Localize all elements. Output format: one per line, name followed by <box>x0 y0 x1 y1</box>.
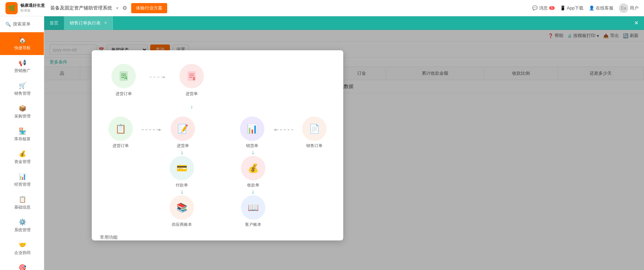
user-area[interactable]: Ea 用户 <box>619 3 639 13</box>
sidebar-item-enterprise-label: 企业协同 <box>14 250 31 256</box>
flow-row-3: 💳 付款单 💰 收款单 <box>100 156 335 188</box>
node-receipt-bill[interactable]: 💰 收款单 <box>233 156 274 188</box>
inventory-icon: 🏪 <box>19 127 26 135</box>
node-customer-ledger[interactable]: 📖 客户账本 <box>233 195 274 228</box>
marketing-icon: 📢 <box>19 59 26 67</box>
sidebar-item-system[interactable]: ⚙️ 系统管理 <box>0 214 44 237</box>
message-badge: 5 <box>549 6 555 10</box>
sales-order-node-label: 销售订单 <box>306 143 323 149</box>
tab-sales-order[interactable]: 销售订单执行表 ✕ <box>64 16 113 30</box>
customer-ledger-icon-circle: 📖 <box>241 195 265 220</box>
purchase-order-node-label: 进货订单 <box>112 143 129 149</box>
purchase-bill-icon-circle: 📝 <box>171 116 195 141</box>
sidebar-item-purchase-label: 采购管理 <box>14 113 31 119</box>
node-purchase-order[interactable]: 📋 进货订单 <box>100 116 141 149</box>
sidebar-item-marketing[interactable]: 📢 营销推广 <box>0 55 44 78</box>
node-sales-order[interactable]: 📄 销售订单 <box>294 116 335 149</box>
online-service-action[interactable]: 👤 在线客服 <box>589 5 613 11</box>
search-menu-label: 搜索菜单 <box>13 21 31 27</box>
sales-order-icon-circle: 📄 <box>302 116 327 141</box>
flow-diagram: 进货订单 ▶ ✓ <box>100 58 335 111</box>
search-menu-btn[interactable]: 🔍 搜索菜单 <box>3 20 41 29</box>
sidebar-item-quick-nav-label: 快捷导航 <box>14 45 31 51</box>
customer-ledger-node-label: 客户账本 <box>245 222 261 228</box>
sidebar-item-guide[interactable]: 🎯 新手引导 <box>0 260 44 270</box>
down-arrow-payment: ↓ <box>161 188 202 195</box>
arrow-1: ▶ <box>150 75 166 86</box>
payment-bill-node-label: 付款单 <box>176 182 188 188</box>
page-content: ❓ 帮助 🖨 按模板打印 ▾ 📤 导出 🔄 <box>44 30 644 270</box>
flow-row-5: 📚 供应商账本 📖 客户账本 <box>100 195 335 228</box>
node-sales-bill[interactable]: 📊 销货单 <box>232 116 273 149</box>
flow-node-purchase-bill[interactable]: ✓ 进货单 <box>177 58 207 102</box>
sidebar-item-purchase[interactable]: 📦 采购管理 <box>0 101 44 123</box>
sidebar-item-basic-info[interactable]: 📋 基础信息 <box>0 192 44 214</box>
purchase-bill-circle: ✓ <box>179 64 204 88</box>
tab-bar-close-btn[interactable]: ✕ <box>629 20 644 26</box>
svg-text:✓: ✓ <box>194 77 196 80</box>
operations-icon: 📊 <box>19 173 26 180</box>
node-supplier-ledger[interactable]: 📚 供应商账本 <box>161 195 202 228</box>
sidebar-item-enterprise[interactable]: 🤝 企业协同 <box>0 237 44 260</box>
sidebar-item-operations[interactable]: 📊 经营管理 <box>0 169 44 192</box>
app-download-label: App下载 <box>567 5 584 11</box>
common-functions: 常用功能 商品 往来单位 现存量(库存状况表) 现存量(库存分布表) 销售毛利分… <box>100 234 335 240</box>
supplier-ledger-node-label: 供应商账本 <box>172 222 192 228</box>
modal-overlay[interactable]: 进货订单 ▶ ✓ <box>44 30 644 270</box>
purchase-order-circle <box>111 64 136 88</box>
payment-bill-icon-circle: 💳 <box>170 156 194 180</box>
receipt-bill-icon-circle: 💰 <box>241 156 265 180</box>
logo-text: 畅康通好生意 标准版 <box>20 3 45 13</box>
top-header: 🌿 畅康通好生意 标准版 装备及固定资产辅助管理系统 ▾ ⚙ 体验行业方案 💬 … <box>0 0 644 16</box>
sidebar-item-quick-nav[interactable]: 🏠 快捷导航 <box>0 32 44 55</box>
message-icon: 💬 <box>532 5 538 11</box>
sidebar: 🔍 搜索菜单 🏠 快捷导航 📢 营销推广 🛒 销售管理 📦 采购管理 <box>0 16 44 270</box>
flow-row-arrows-down-2: ↓ ↓ <box>100 188 335 195</box>
quick-nav-icon: 🏠 <box>19 36 26 44</box>
sidebar-item-inventory-label: 库存核算 <box>14 136 31 142</box>
user-avatar: Ea <box>619 3 628 13</box>
sidebar-search-area: 🔍 搜索菜单 <box>0 16 44 32</box>
sidebar-item-system-label: 系统管理 <box>14 227 31 233</box>
app-container: 🌿 畅康通好生意 标准版 装备及固定资产辅助管理系统 ▾ ⚙ 体验行业方案 💬 … <box>0 0 644 270</box>
arrow-down-1: ↓ <box>190 102 193 111</box>
down-arrow-purchase: ↓ <box>161 149 202 156</box>
search-icon: 🔍 <box>5 22 11 27</box>
purchase-icon: 📦 <box>19 105 26 112</box>
system-icon: ⚙️ <box>19 218 26 226</box>
node-payment-bill[interactable]: 💳 付款单 <box>161 156 202 188</box>
h-arrow-1: ▶ <box>142 128 161 131</box>
flow-row-1: 📋 进货订单 ▶ <box>100 116 335 149</box>
guide-icon: 🎯 <box>19 264 26 270</box>
trial-button[interactable]: 体验行业方案 <box>131 3 167 13</box>
sidebar-item-sales-label: 销售管理 <box>14 91 31 96</box>
sales-order-tab-label: 销售订单执行表 <box>70 20 101 26</box>
sales-bill-node-label: 销货单 <box>246 143 258 149</box>
system-dropdown-arrow[interactable]: ▾ <box>116 6 118 11</box>
sidebar-item-finance[interactable]: 💰 资金管理 <box>0 146 44 169</box>
full-flow-diagram: 📋 进货订单 ▶ <box>100 116 335 228</box>
content-area: 首页 销售订单执行表 ✕ ✕ ❓ 帮助 <box>44 16 644 270</box>
header-left: 🌿 畅康通好生意 标准版 装备及固定资产辅助管理系统 ▾ ⚙ 体验行业方案 <box>5 2 167 14</box>
sidebar-item-marketing-label: 营销推广 <box>14 68 31 74</box>
sidebar-item-sales[interactable]: 🛒 销售管理 <box>0 78 44 101</box>
flow-node-sales-order[interactable] <box>257 75 262 86</box>
flow-node-purchase-order[interactable]: 进货订单 <box>109 58 139 102</box>
tab-home[interactable]: 首页 <box>44 16 64 30</box>
common-functions-title: 常用功能 <box>100 234 335 240</box>
enterprise-icon: 🤝 <box>19 241 26 249</box>
header-right: 💬 消息 5 📱 App下载 👤 在线客服 Ea 用户 <box>532 3 639 13</box>
node-purchase-bill[interactable]: 📝 进货单 <box>162 116 203 149</box>
app-download-action[interactable]: 📱 App下载 <box>560 5 584 11</box>
purchase-bill-label: 进货单 <box>186 91 198 97</box>
logo-subtitle: 标准版 <box>20 8 45 13</box>
sales-icon: 🛒 <box>19 82 26 89</box>
finance-icon: 💰 <box>19 150 26 158</box>
basic-info-icon: 📋 <box>19 196 26 203</box>
message-action[interactable]: 💬 消息 5 <box>532 5 555 11</box>
tab-close-icon[interactable]: ✕ <box>104 21 107 25</box>
system-settings-icon[interactable]: ⚙ <box>122 5 127 11</box>
user-name-label: 用户 <box>630 5 639 11</box>
logo-area: 🌿 畅康通好生意 标准版 <box>5 2 46 14</box>
sidebar-item-inventory[interactable]: 🏪 库存核算 <box>0 123 44 146</box>
